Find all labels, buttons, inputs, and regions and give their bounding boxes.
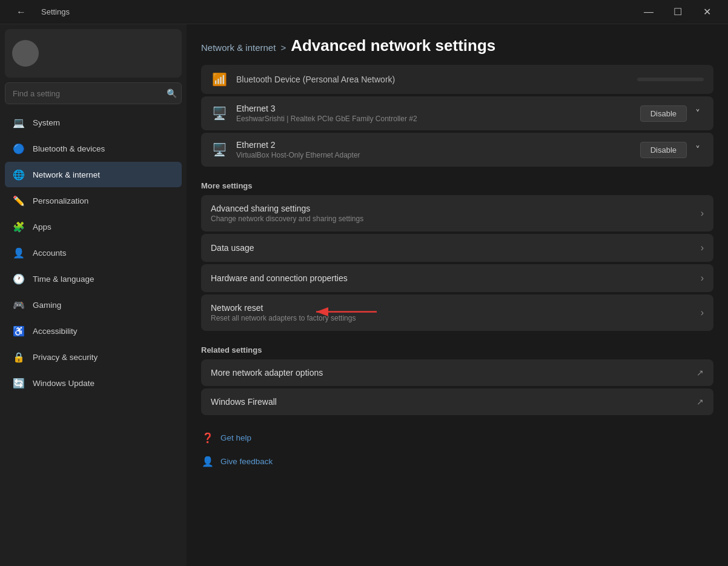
accessibility-icon: ♿ xyxy=(12,324,25,338)
titlebar-left: ← Settings xyxy=(7,2,70,22)
red-arrow-annotation xyxy=(310,304,383,322)
network-card-actions-bluetooth xyxy=(637,78,704,81)
sidebar-item-personalization[interactable]: ✏️ Personalization xyxy=(5,188,182,213)
network-name-bluetooth: Bluetooth Device (Personal Area Network) xyxy=(236,75,629,84)
sidebar-label-accounts: Accounts xyxy=(33,248,67,258)
more-settings-title: More settings xyxy=(201,169,713,195)
network-card-info-ethernet3: Ethernet 3 EeshwarSrishti | Realtek PCIe… xyxy=(236,104,632,123)
personalization-icon: ✏️ xyxy=(12,194,25,207)
main-content: Network & internet > Advanced network se… xyxy=(187,24,728,566)
close-button[interactable]: ✕ xyxy=(693,2,721,22)
breadcrumb: Network & internet > Advanced network se… xyxy=(201,24,713,65)
network-card-icon-ethernet3: 🖥️ xyxy=(211,106,228,121)
expand-button-ethernet2[interactable]: ˅ xyxy=(692,142,704,158)
data-usage-row[interactable]: Data usage › xyxy=(201,234,713,262)
sidebar-label-apps: Apps xyxy=(33,222,51,231)
sidebar-label-time: Time & language xyxy=(33,275,94,284)
sidebar-item-system[interactable]: 💻 System xyxy=(5,110,182,135)
sidebar-item-apps[interactable]: 🧩 Apps xyxy=(5,214,182,239)
bottom-links: ❓ Get help 👤 Give feedback xyxy=(201,427,713,472)
network-desc-ethernet2: VirtualBox Host-Only Ethernet Adapter xyxy=(236,151,632,159)
titlebar: ← Settings — ☐ ✕ xyxy=(0,0,728,24)
sidebar-label-bluetooth: Bluetooth & devices xyxy=(33,144,105,153)
give-feedback-link[interactable]: 👤 Give feedback xyxy=(201,451,713,472)
network-reset-info: Network reset Reset all network adapters… xyxy=(211,303,701,322)
page-title: Advanced network settings xyxy=(291,36,495,55)
hardware-connection-row[interactable]: Hardware and connection properties › xyxy=(201,264,713,292)
network-reset-title: Network reset xyxy=(211,303,701,313)
related-settings-title: Related settings xyxy=(201,333,713,359)
network-card-icon-ethernet2: 🖥️ xyxy=(211,142,228,157)
accounts-icon: 👤 xyxy=(12,246,25,259)
give-feedback-icon: 👤 xyxy=(201,456,214,467)
sidebar-label-gaming: Gaming xyxy=(33,301,61,310)
avatar xyxy=(12,40,39,67)
search-box: 🔍 xyxy=(5,82,182,104)
windows-firewall-row[interactable]: Windows Firewall ↗ xyxy=(201,388,713,415)
advanced-sharing-title: Advanced sharing settings xyxy=(211,204,701,213)
disable-button-ethernet2[interactable]: Disable xyxy=(640,142,687,158)
app-container: 🔍 💻 System 🔵 Bluetooth & devices 🌐 Netwo… xyxy=(0,24,728,566)
network-card-actions-ethernet3: Disable ˅ xyxy=(640,105,704,122)
sidebar-item-privacy[interactable]: 🔒 Privacy & security xyxy=(5,344,182,370)
network-card-ethernet2: 🖥️ Ethernet 2 VirtualBox Host-Only Ether… xyxy=(201,133,713,167)
sidebar-label-privacy: Privacy & security xyxy=(33,353,98,362)
breadcrumb-part: Network & internet xyxy=(201,42,276,53)
more-network-adapter-title: More network adapter options xyxy=(211,368,692,378)
hardware-connection-arrow: › xyxy=(701,273,704,284)
back-button[interactable]: ← xyxy=(7,2,35,22)
network-card-info-bluetooth: Bluetooth Device (Personal Area Network) xyxy=(236,75,629,84)
network-name-ethernet2: Ethernet 2 xyxy=(236,140,632,150)
give-feedback-label: Give feedback xyxy=(220,457,273,466)
more-network-adapter-row[interactable]: More network adapter options ↗ xyxy=(201,359,713,386)
maximize-button[interactable]: ☐ xyxy=(664,2,692,22)
network-reset-arrow-icon: › xyxy=(701,307,704,318)
sidebar-item-bluetooth[interactable]: 🔵 Bluetooth & devices xyxy=(5,136,182,161)
data-usage-arrow: › xyxy=(701,242,704,253)
get-help-link[interactable]: ❓ Get help xyxy=(201,427,713,448)
sidebar-item-update[interactable]: 🔄 Windows Update xyxy=(5,370,182,396)
network-card-actions-ethernet2: Disable ˅ xyxy=(640,142,704,158)
windows-firewall-title: Windows Firewall xyxy=(211,397,692,407)
get-help-label: Get help xyxy=(220,433,251,442)
network-card-info-ethernet2: Ethernet 2 VirtualBox Host-Only Ethernet… xyxy=(236,140,632,159)
advanced-sharing-row[interactable]: Advanced sharing settings Change network… xyxy=(201,195,713,231)
sidebar-item-time[interactable]: 🕐 Time & language xyxy=(5,266,182,291)
search-icon[interactable]: 🔍 xyxy=(167,88,177,98)
advanced-sharing-subtitle: Change network discovery and sharing set… xyxy=(211,215,701,223)
titlebar-controls: — ☐ ✕ xyxy=(635,2,721,22)
network-reset-subtitle: Reset all network adapters to factory se… xyxy=(211,314,701,322)
disable-button-ethernet3[interactable]: Disable xyxy=(640,105,687,122)
system-icon: 💻 xyxy=(12,116,25,129)
gaming-icon: 🎮 xyxy=(12,298,25,311)
search-input[interactable] xyxy=(5,82,182,104)
sidebar-item-gaming[interactable]: 🎮 Gaming xyxy=(5,292,182,318)
bluetooth-icon: 🔵 xyxy=(12,142,25,155)
network-name-ethernet3: Ethernet 3 xyxy=(236,104,632,113)
network-card-icon-bluetooth: 📶 xyxy=(211,72,228,87)
update-icon: 🔄 xyxy=(12,376,25,390)
breadcrumb-separator: > xyxy=(280,42,286,53)
sidebar-item-accounts[interactable]: 👤 Accounts xyxy=(5,240,182,265)
sidebar-item-accessibility[interactable]: ♿ Accessibility xyxy=(5,318,182,344)
sidebar-label-network: Network & internet xyxy=(33,170,100,179)
data-usage-title: Data usage xyxy=(211,243,701,253)
hardware-connection-title: Hardware and connection properties xyxy=(211,273,701,283)
external-link-icon-network: ↗ xyxy=(697,368,704,378)
advanced-sharing-arrow: › xyxy=(701,208,704,219)
expand-button-ethernet3[interactable]: ˅ xyxy=(692,105,704,122)
user-card xyxy=(5,29,182,78)
sidebar-nav: 💻 System 🔵 Bluetooth & devices 🌐 Network… xyxy=(0,109,187,396)
sidebar: 🔍 💻 System 🔵 Bluetooth & devices 🌐 Netwo… xyxy=(0,24,187,566)
network-card-ethernet3: 🖥️ Ethernet 3 EeshwarSrishti | Realtek P… xyxy=(201,96,713,130)
sidebar-label-accessibility: Accessibility xyxy=(33,327,78,336)
sidebar-label-system: System xyxy=(33,118,60,127)
sidebar-item-network[interactable]: 🌐 Network & internet xyxy=(5,162,182,187)
titlebar-title: Settings xyxy=(41,7,70,16)
minimize-button[interactable]: — xyxy=(635,2,663,22)
data-usage-info: Data usage xyxy=(211,243,701,253)
privacy-icon: 🔒 xyxy=(12,350,25,364)
apps-icon: 🧩 xyxy=(12,220,25,233)
network-reset-row[interactable]: Network reset Reset all network adapters… xyxy=(201,295,713,331)
get-help-icon: ❓ xyxy=(201,432,214,444)
